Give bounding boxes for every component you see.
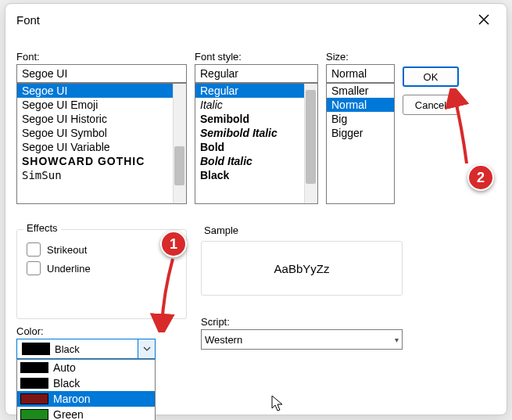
color-option[interactable]: Green	[17, 407, 155, 420]
scrollbar-thumb[interactable]	[174, 146, 184, 185]
font-list-item[interactable]: SHOWCARD GOTHIC	[17, 154, 186, 168]
style-list-item[interactable]: Bold	[195, 140, 317, 154]
script-combobox[interactable]: Western ▾	[201, 329, 403, 350]
titlebar: Font	[5, 4, 507, 35]
strikeout-label: Strikeout	[47, 244, 87, 256]
color-swatch	[20, 393, 48, 404]
font-list-item[interactable]: Segoe UI	[17, 84, 186, 98]
dialog-title: Font	[16, 13, 40, 27]
color-swatch	[20, 362, 48, 373]
font-list-item[interactable]: SimSun	[17, 168, 186, 182]
color-option[interactable]: Auto	[17, 360, 155, 375]
size-list-item[interactable]: Normal	[327, 98, 394, 112]
chevron-down-icon: ▾	[395, 336, 399, 344]
font-dialog: Font Font: Segoe UISegoe UI EmojiSegoe U…	[5, 3, 507, 415]
size-listbox[interactable]: SmallerNormalBigBigger	[326, 83, 395, 204]
strikeout-checkbox[interactable]	[27, 242, 41, 257]
sample-text: AaBbYyZz	[274, 262, 330, 275]
size-list-item[interactable]: Smaller	[327, 84, 394, 98]
color-combobox[interactable]: Black	[16, 339, 156, 359]
color-option[interactable]: Black	[17, 375, 155, 391]
style-list-item[interactable]: Semibold	[195, 112, 317, 126]
sample-box: AaBbYyZz	[201, 241, 403, 296]
annotation-marker-1: 1	[160, 231, 187, 257]
mouse-cursor-icon	[271, 395, 285, 412]
color-value: Black	[55, 343, 80, 355]
script-label: Script:	[201, 316, 403, 328]
underline-checkbox[interactable]	[27, 261, 41, 275]
style-list-item[interactable]: Black	[195, 168, 317, 182]
font-list-item[interactable]: Segoe UI Variable	[17, 140, 186, 154]
size-list-item[interactable]: Bigger	[327, 126, 394, 140]
annotation-marker-2: 2	[467, 164, 494, 191]
underline-label: Underline	[47, 263, 91, 275]
color-option-label: Maroon	[53, 393, 90, 405]
font-scrollbar[interactable]	[173, 84, 186, 203]
style-input[interactable]	[195, 64, 318, 83]
color-option-label: Auto	[53, 361, 76, 374]
style-list-item[interactable]: Regular	[195, 84, 317, 98]
font-label: Font:	[16, 51, 187, 63]
chevron-down-icon	[143, 346, 151, 351]
color-swatch	[22, 343, 50, 355]
script-value: Western	[205, 334, 242, 346]
font-list-item[interactable]: Segoe UI Symbol	[17, 126, 186, 140]
style-list-item[interactable]: Semibold Italic	[195, 126, 317, 140]
color-option[interactable]: Maroon	[17, 391, 155, 407]
size-list-item[interactable]: Big	[327, 112, 394, 126]
scrollbar-thumb[interactable]	[306, 90, 316, 184]
sample-group: Sample AaBbYyZz	[201, 224, 403, 296]
close-button[interactable]	[472, 8, 496, 31]
font-list-item[interactable]: Segoe UI Historic	[17, 112, 186, 126]
color-option-label: Black	[53, 377, 80, 389]
ok-button[interactable]: OK	[403, 66, 459, 87]
annotation-arrow-1	[146, 254, 185, 332]
size-label: Size:	[326, 51, 395, 63]
style-list-item[interactable]: Italic	[195, 98, 317, 112]
sample-label: Sample	[204, 224, 403, 236]
style-label: Font style:	[195, 51, 318, 63]
font-input[interactable]	[16, 64, 187, 83]
style-list-item[interactable]: Bold Italic	[195, 154, 317, 168]
annotation-arrow-2	[437, 88, 476, 167]
dialog-body: Font: Segoe UISegoe UI EmojiSegoe UI His…	[5, 35, 507, 415]
color-swatch	[20, 378, 48, 389]
color-dropdown-button[interactable]	[138, 339, 155, 358]
effects-title: Effects	[23, 222, 61, 234]
close-icon	[478, 14, 489, 25]
color-dropdown-list[interactable]: AutoBlackMaroonGreenOlive	[16, 359, 156, 420]
color-swatch	[20, 409, 48, 420]
font-list-item[interactable]: Segoe UI Emoji	[17, 98, 186, 112]
font-listbox[interactable]: Segoe UISegoe UI EmojiSegoe UI HistoricS…	[16, 83, 187, 204]
size-input[interactable]	[326, 64, 395, 83]
style-listbox[interactable]: RegularItalicSemiboldSemibold ItalicBold…	[195, 83, 318, 204]
color-option-label: Green	[53, 408, 84, 420]
style-scrollbar[interactable]	[304, 84, 317, 203]
